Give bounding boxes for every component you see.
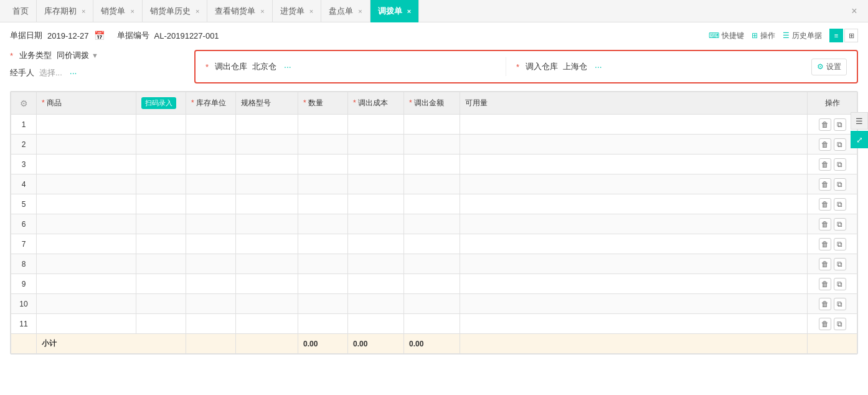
- row-qty[interactable]: [298, 135, 348, 155]
- tab-view-sales[interactable]: 查看销货单 ×: [207, 0, 272, 22]
- row-qty[interactable]: [298, 294, 348, 314]
- row-unit[interactable]: [186, 115, 236, 135]
- row-qty[interactable]: [298, 214, 348, 234]
- row-spec[interactable]: [236, 274, 298, 294]
- row-cost[interactable]: [348, 294, 404, 314]
- row-cost[interactable]: [348, 214, 404, 234]
- row-qty[interactable]: [298, 274, 348, 294]
- row-amount[interactable]: [404, 115, 460, 135]
- layout-btn-grid[interactable]: ⊞: [844, 29, 858, 42]
- delete-row-button[interactable]: 🗑: [819, 278, 831, 290]
- float-expand-button[interactable]: ⤢: [851, 131, 868, 148]
- handler-value[interactable]: 选择...: [39, 67, 62, 79]
- row-unit[interactable]: [186, 314, 236, 334]
- close-sales-history-icon[interactable]: ×: [196, 7, 199, 15]
- delete-row-button[interactable]: 🗑: [819, 318, 831, 330]
- delete-row-button[interactable]: 🗑: [819, 238, 831, 250]
- row-spec[interactable]: [236, 135, 298, 155]
- tab-purchase-order[interactable]: 进货单 ×: [273, 0, 321, 22]
- row-unit[interactable]: [186, 135, 236, 155]
- row-amount[interactable]: [404, 294, 460, 314]
- history-action[interactable]: ☰ 历史单据: [783, 31, 822, 41]
- row-product[interactable]: [37, 214, 136, 234]
- row-cost[interactable]: [348, 254, 404, 274]
- copy-row-button[interactable]: ⧉: [834, 318, 846, 330]
- delete-row-button[interactable]: 🗑: [819, 158, 831, 171]
- date-value[interactable]: 2019-12-27: [47, 31, 89, 40]
- business-type-select[interactable]: 同价调拨 ▼: [57, 50, 98, 61]
- row-qty[interactable]: [298, 194, 348, 214]
- close-purchase-order-icon[interactable]: ×: [309, 7, 313, 15]
- row-product[interactable]: [37, 155, 136, 174]
- row-spec[interactable]: [236, 194, 298, 214]
- delete-row-button[interactable]: 🗑: [819, 138, 831, 151]
- row-amount[interactable]: [404, 194, 460, 214]
- row-unit[interactable]: [186, 214, 236, 234]
- row-qty[interactable]: [298, 254, 348, 274]
- row-cost[interactable]: [348, 115, 404, 135]
- close-sales-order-icon[interactable]: ×: [130, 7, 134, 15]
- row-qty[interactable]: [298, 155, 348, 174]
- row-unit[interactable]: [186, 274, 236, 294]
- row-spec[interactable]: [236, 314, 298, 334]
- row-unit[interactable]: [186, 174, 236, 194]
- row-unit[interactable]: [186, 234, 236, 254]
- row-qty[interactable]: [298, 174, 348, 194]
- row-product[interactable]: [37, 274, 136, 294]
- settings-button[interactable]: ⚙ 设置: [811, 59, 847, 75]
- row-cost[interactable]: [348, 234, 404, 254]
- close-inventory-check-icon[interactable]: ×: [358, 7, 362, 15]
- copy-row-button[interactable]: ⧉: [834, 298, 846, 310]
- copy-row-button[interactable]: ⧉: [834, 258, 846, 270]
- row-product[interactable]: [37, 194, 136, 214]
- row-amount[interactable]: [404, 135, 460, 155]
- table-gear-button[interactable]: ⚙: [16, 96, 31, 111]
- close-view-sales-icon[interactable]: ×: [260, 7, 264, 15]
- row-spec[interactable]: [236, 115, 298, 135]
- row-amount[interactable]: [404, 174, 460, 194]
- operation-action[interactable]: ⊞ 操作: [752, 31, 775, 41]
- tab-sales-history[interactable]: 销货单历史 ×: [143, 0, 207, 22]
- row-cost[interactable]: [348, 174, 404, 194]
- delete-row-button[interactable]: 🗑: [819, 298, 831, 310]
- copy-row-button[interactable]: ⧉: [834, 278, 846, 290]
- delete-row-button[interactable]: 🗑: [819, 258, 831, 270]
- delete-row-button[interactable]: 🗑: [819, 198, 831, 211]
- close-all-tabs-button[interactable]: ×: [846, 2, 863, 20]
- transfer-in-value[interactable]: 上海仓: [563, 61, 587, 72]
- tab-inventory-init[interactable]: 库存期初 ×: [37, 0, 93, 22]
- transfer-out-ellipsis-btn[interactable]: ···: [281, 62, 294, 72]
- shortcut-key-action[interactable]: ⌨ 快捷键: [709, 31, 744, 41]
- delete-row-button[interactable]: 🗑: [819, 178, 831, 191]
- row-product[interactable]: [37, 174, 136, 194]
- row-qty[interactable]: [298, 115, 348, 135]
- row-amount[interactable]: [404, 155, 460, 174]
- copy-row-button[interactable]: ⧉: [834, 218, 846, 231]
- row-amount[interactable]: [404, 274, 460, 294]
- delete-row-button[interactable]: 🗑: [819, 118, 831, 131]
- transfer-in-ellipsis-btn[interactable]: ···: [592, 62, 605, 72]
- row-product[interactable]: [37, 135, 136, 155]
- row-unit[interactable]: [186, 254, 236, 274]
- row-unit[interactable]: [186, 155, 236, 174]
- row-product[interactable]: [37, 294, 136, 314]
- row-spec[interactable]: [236, 294, 298, 314]
- tab-transfer-order[interactable]: 调拨单 ×: [370, 0, 419, 22]
- row-cost[interactable]: [348, 314, 404, 334]
- copy-row-button[interactable]: ⧉: [834, 238, 846, 250]
- row-cost[interactable]: [348, 135, 404, 155]
- row-product[interactable]: [37, 115, 136, 135]
- delete-row-button[interactable]: 🗑: [819, 218, 831, 231]
- copy-row-button[interactable]: ⧉: [834, 178, 846, 191]
- row-amount[interactable]: [404, 254, 460, 274]
- close-inventory-init-icon[interactable]: ×: [82, 7, 85, 15]
- row-cost[interactable]: [348, 155, 404, 174]
- row-spec[interactable]: [236, 254, 298, 274]
- row-amount[interactable]: [404, 314, 460, 334]
- row-spec[interactable]: [236, 214, 298, 234]
- row-product[interactable]: [37, 314, 136, 334]
- float-notes-button[interactable]: ☰: [851, 112, 868, 130]
- tab-inventory-check[interactable]: 盘点单 ×: [321, 0, 370, 22]
- tab-home[interactable]: 首页: [5, 0, 37, 22]
- transfer-out-value[interactable]: 北京仓: [252, 61, 276, 72]
